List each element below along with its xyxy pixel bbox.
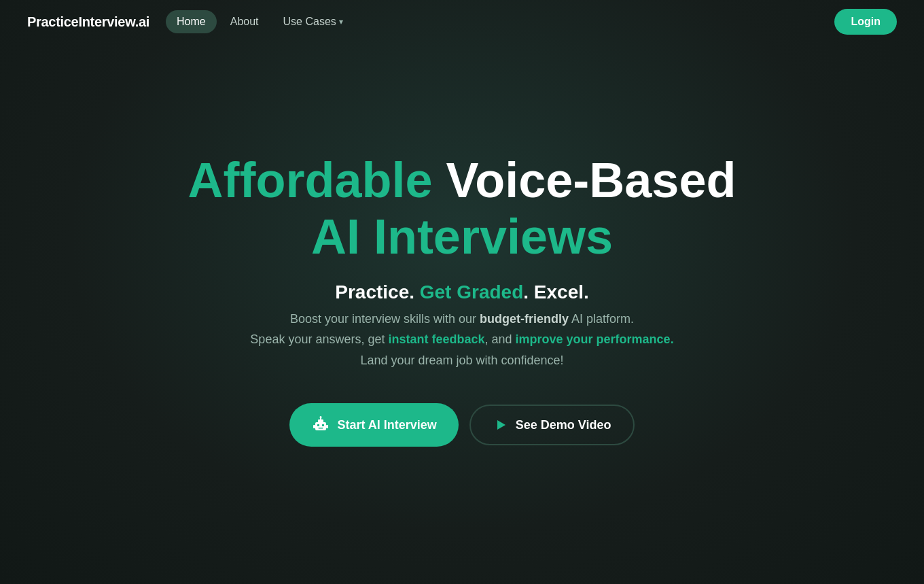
play-icon — [493, 417, 509, 433]
see-demo-video-button[interactable]: See Demo Video — [469, 405, 635, 445]
nav-left: PracticeInterview.ai Home About Use Case… — [27, 10, 354, 33]
svg-rect-0 — [315, 422, 326, 430]
nav-use-cases[interactable]: Use Cases ▾ — [272, 10, 354, 33]
start-ai-interview-button[interactable]: Start AI Interview — [289, 403, 458, 447]
svg-rect-4 — [317, 424, 319, 426]
nav-use-cases-label: Use Cases — [283, 16, 336, 28]
see-demo-video-label: See Demo Video — [516, 418, 611, 432]
chevron-down-icon: ▾ — [339, 17, 343, 27]
robot-icon — [311, 415, 330, 434]
svg-marker-9 — [497, 420, 505, 430]
navbar: PracticeInterview.ai Home About Use Case… — [0, 0, 924, 44]
login-button[interactable]: Login — [834, 9, 897, 35]
nav-home[interactable]: Home — [166, 10, 217, 33]
svg-rect-7 — [313, 425, 315, 428]
start-ai-interview-label: Start AI Interview — [337, 418, 436, 432]
nav-right: Login — [834, 9, 897, 35]
hero-title: Affordable Voice-BasedAI Interviews — [188, 152, 736, 265]
nav-about[interactable]: About — [219, 10, 270, 33]
svg-rect-8 — [326, 425, 328, 428]
hero-section: Affordable Voice-BasedAI Interviews Prac… — [0, 44, 924, 447]
hero-subtitle: Practice. Get Graded. Excel. — [335, 281, 589, 303]
hero-buttons: Start AI Interview See Demo Video — [289, 403, 634, 447]
nav-links: Home About Use Cases ▾ — [166, 10, 354, 33]
svg-rect-6 — [319, 428, 323, 429]
hero-description: Boost your interview skills with our bud… — [250, 309, 673, 371]
svg-rect-5 — [322, 424, 324, 426]
brand-logo: PracticeInterview.ai — [27, 14, 149, 30]
svg-point-3 — [320, 416, 322, 418]
